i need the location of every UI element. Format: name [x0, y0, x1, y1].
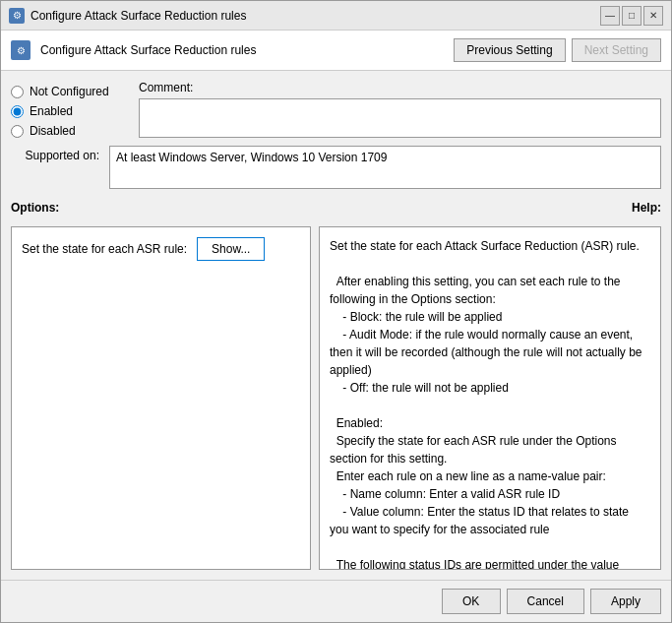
radio-group: Not Configured Enabled Disabled — [11, 81, 129, 138]
cancel-button[interactable]: Cancel — [507, 589, 584, 614]
disabled-option[interactable]: Disabled — [11, 124, 129, 138]
help-panel: Set the state for each Attack Surface Re… — [319, 226, 661, 570]
options-text: Set the state for each ASR rule: — [22, 242, 187, 256]
not-configured-label: Not Configured — [30, 85, 109, 98]
disabled-label: Disabled — [30, 124, 76, 138]
comment-label: Comment: — [139, 81, 661, 94]
title-bar-text: Configure Attack Surface Reduction rules — [31, 9, 594, 23]
enabled-label: Enabled — [30, 104, 73, 118]
options-inner: Set the state for each ASR rule: Show... — [22, 237, 300, 261]
enabled-option[interactable]: Enabled — [11, 104, 129, 118]
header-buttons: Previous Setting Next Setting — [454, 38, 661, 62]
show-button[interactable]: Show... — [197, 237, 265, 261]
options-panel: Set the state for each ASR rule: Show... — [11, 226, 311, 570]
next-setting-button[interactable]: Next Setting — [572, 38, 661, 62]
title-bar-icon: ⚙ — [9, 8, 25, 24]
minimize-button[interactable]: — — [600, 6, 620, 26]
help-text: Set the state for each Attack Surface Re… — [330, 239, 645, 570]
supported-on-label: Supported on: — [11, 146, 99, 162]
title-bar: ⚙ Configure Attack Surface Reduction rul… — [1, 1, 671, 31]
top-section: Not Configured Enabled Disabled Comment: — [11, 81, 661, 138]
not-configured-radio[interactable] — [11, 86, 24, 98]
enabled-radio[interactable] — [11, 105, 24, 118]
header-bar: ⚙ Configure Attack Surface Reduction rul… — [1, 31, 671, 71]
main-content: Not Configured Enabled Disabled Comment:… — [1, 71, 671, 580]
maximize-button[interactable]: □ — [622, 6, 641, 26]
previous-setting-button[interactable]: Previous Setting — [454, 38, 565, 62]
comment-textarea[interactable] — [139, 98, 661, 138]
supported-on-value: At least Windows Server, Windows 10 Vers… — [109, 146, 661, 189]
options-label: Options: — [11, 201, 59, 215]
not-configured-option[interactable]: Not Configured — [11, 85, 129, 98]
disabled-radio[interactable] — [11, 125, 24, 138]
section-labels: Options: Help: — [11, 197, 661, 218]
help-label: Help: — [632, 201, 661, 215]
header-title: Configure Attack Surface Reduction rules — [40, 43, 444, 57]
bottom-section: Set the state for each ASR rule: Show...… — [11, 226, 661, 570]
header-icon: ⚙ — [11, 40, 31, 60]
ok-button[interactable]: OK — [442, 589, 501, 614]
comment-section: Comment: — [139, 81, 661, 138]
title-bar-controls: — □ ✕ — [600, 6, 663, 26]
footer: OK Cancel Apply — [1, 580, 671, 622]
close-button[interactable]: ✕ — [643, 6, 663, 26]
supported-section: Supported on: At least Windows Server, W… — [11, 146, 661, 189]
main-window: ⚙ Configure Attack Surface Reduction rul… — [0, 0, 672, 623]
apply-button[interactable]: Apply — [590, 589, 661, 614]
